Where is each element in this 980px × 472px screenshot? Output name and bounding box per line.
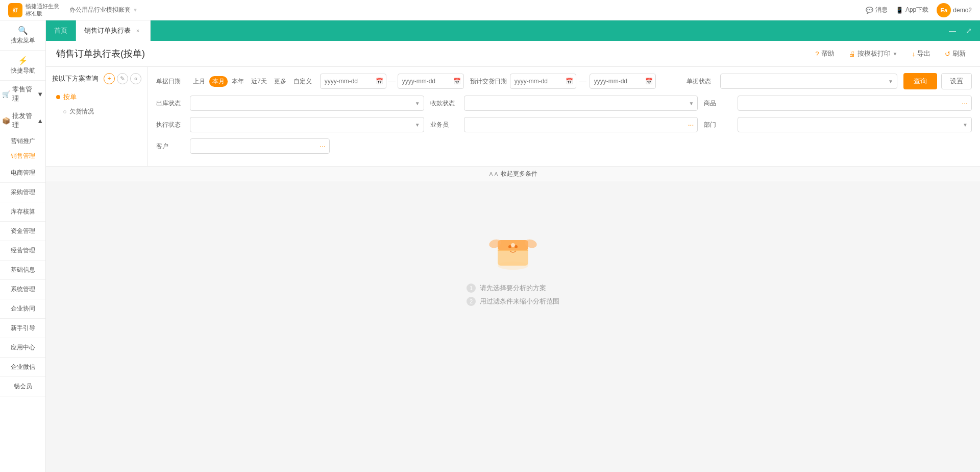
doc-status-field: 单据状态 ▼ bbox=[687, 74, 897, 89]
dept-select[interactable] bbox=[738, 117, 972, 132]
svg-point-4 bbox=[511, 243, 515, 247]
customer-select-wrapper: ··· bbox=[190, 138, 330, 154]
customer-input[interactable] bbox=[190, 138, 330, 154]
date-btn-more[interactable]: 更多 bbox=[271, 76, 289, 87]
collapse-up-icon: ∧∧ bbox=[488, 170, 500, 177]
scheme-panel-icons: + ✎ « bbox=[104, 73, 141, 84]
sidebar-item-ecommerce[interactable]: 电商管理 bbox=[0, 163, 45, 183]
tab-sales-order-exec[interactable]: 销售订单执行表 × bbox=[76, 20, 151, 41]
settings-button[interactable]: 设置 bbox=[941, 73, 972, 89]
sidebar-item-finance[interactable]: 资金管理 bbox=[0, 222, 45, 241]
breadcrumb[interactable]: 办公用品行业模拟账套 ▼ bbox=[69, 6, 138, 14]
doc-status-select[interactable] bbox=[720, 74, 897, 89]
header-left: 好 畅捷通好生意 标准版 办公用品行业模拟账套 ▼ bbox=[8, 3, 138, 17]
sidebar-item-sales[interactable]: 销售管理 bbox=[0, 149, 45, 163]
message-button[interactable]: 💬 消息 bbox=[866, 6, 888, 14]
avatar: Ea bbox=[937, 3, 951, 17]
scheme-item-backorder[interactable]: 欠货情况 bbox=[52, 105, 141, 119]
expected-date-from-input[interactable] bbox=[510, 74, 576, 89]
date-btn-this-year[interactable]: 本年 bbox=[229, 76, 247, 87]
salesperson-select-wrapper: ··· bbox=[464, 117, 698, 132]
product-input[interactable] bbox=[738, 96, 972, 111]
scheme-active-dot bbox=[56, 95, 60, 99]
product-label: 商品 bbox=[704, 99, 734, 108]
sidebar-item-app-center[interactable]: 应用中心 bbox=[0, 338, 45, 358]
filter-layout: 按以下方案查询 + ✎ « 按单 bbox=[46, 67, 980, 166]
tab-close-button[interactable]: × bbox=[134, 27, 142, 35]
wholesale-chevron-icon: ▲ bbox=[37, 117, 43, 125]
sidebar-item-quick-nav[interactable]: ⚡ 快捷导航 bbox=[0, 51, 45, 81]
breadcrumb-chevron: ▼ bbox=[133, 7, 138, 13]
sidebar-item-enterprise-wechat[interactable]: 企业微信 bbox=[0, 358, 45, 377]
quick-nav-icon: ⚡ bbox=[2, 56, 43, 65]
expected-date-separator: — bbox=[579, 77, 586, 85]
collect-status-select-wrapper: ▼ bbox=[464, 96, 698, 111]
filter-query-actions: 查询 设置 bbox=[903, 73, 972, 89]
salesperson-field: 业务员 ··· bbox=[430, 117, 698, 132]
expected-date-to-input[interactable] bbox=[590, 74, 656, 89]
scheme-add-button[interactable]: + bbox=[104, 73, 115, 84]
print-icon: 🖨 bbox=[849, 50, 855, 58]
date-btn-last-month[interactable]: 上月 bbox=[190, 76, 208, 87]
export-icon: ↓ bbox=[912, 50, 916, 58]
date-from-input[interactable] bbox=[320, 74, 386, 89]
exec-status-label: 执行状态 bbox=[156, 121, 187, 129]
collect-status-field: 收款状态 ▼ bbox=[430, 96, 698, 111]
tab-home[interactable]: 首页 bbox=[46, 20, 76, 41]
expected-date-to-wrapper: 📅 bbox=[590, 74, 656, 89]
scheme-collapse-button[interactable]: « bbox=[130, 73, 141, 84]
export-button[interactable]: ↓ 导出 bbox=[908, 47, 935, 60]
sidebar-item-inventory[interactable]: 库存核算 bbox=[0, 202, 45, 222]
date-to-input[interactable] bbox=[398, 74, 464, 89]
sidebar-item-purchase[interactable]: 采购管理 bbox=[0, 183, 45, 202]
top-header: 好 畅捷通好生意 标准版 办公用品行业模拟账套 ▼ 💬 消息 📱 App下载 E… bbox=[0, 0, 980, 20]
product-select-wrapper: ··· bbox=[738, 96, 972, 111]
tab-bar-actions: — ⤢ bbox=[945, 20, 980, 41]
sidebar-item-system[interactable]: 系统管理 bbox=[0, 280, 45, 299]
scheme-edit-button[interactable]: ✎ bbox=[117, 73, 128, 84]
app-download-button[interactable]: 📱 App下载 bbox=[896, 6, 928, 14]
wholesale-icon: 📦 bbox=[2, 117, 10, 125]
date-btn-this-month[interactable]: 本月 bbox=[209, 76, 228, 87]
sidebar-item-marketing[interactable]: 营销推广 bbox=[0, 134, 45, 149]
app-logo: 好 bbox=[8, 3, 22, 17]
dept-field: 部门 ▼ bbox=[704, 117, 972, 132]
sidebar-item-basic-info[interactable]: 基础信息 bbox=[0, 261, 45, 280]
salesperson-input[interactable] bbox=[464, 117, 698, 132]
message-icon: 💬 bbox=[866, 7, 873, 14]
date-btn-custom[interactable]: 自定义 bbox=[290, 76, 315, 87]
filter-row-2: 出库状态 ▼ 收款状态 bbox=[156, 96, 972, 111]
tab-expand-button[interactable]: ⤢ bbox=[962, 23, 976, 38]
tip-num-1: 1 bbox=[467, 284, 476, 293]
tab-bar: 首页 销售订单执行表 × — ⤢ bbox=[46, 20, 980, 41]
tab-minimize-button[interactable]: — bbox=[945, 23, 960, 38]
sidebar-item-operation[interactable]: 经营管理 bbox=[0, 241, 45, 261]
exec-status-select[interactable] bbox=[190, 117, 424, 132]
sidebar-item-member[interactable]: 畅会员 bbox=[0, 377, 45, 396]
sidebar-item-newbie[interactable]: 新手引导 bbox=[0, 319, 45, 338]
date-quick-buttons: 上月 本月 本年 近7天 更多 自定义 bbox=[190, 76, 315, 87]
collapse-more-button[interactable]: ∧∧ 收起更多条件 bbox=[46, 166, 980, 181]
out-status-field: 出库状态 ▼ bbox=[156, 96, 424, 111]
filter-section: 按以下方案查询 + ✎ « 按单 bbox=[46, 67, 980, 181]
scheme-item-by-order[interactable]: 按单 bbox=[52, 89, 141, 105]
out-status-select-wrapper: ▼ bbox=[190, 96, 424, 111]
logo-area: 好 畅捷通好生意 标准版 bbox=[8, 3, 59, 17]
out-status-select[interactable] bbox=[190, 96, 424, 111]
sidebar-item-retail[interactable]: 🛒 零售管理 ▼ bbox=[0, 81, 45, 107]
sidebar-item-wholesale[interactable]: 📦 批发管理 ▲ bbox=[0, 107, 45, 134]
date-to-wrapper: 📅 bbox=[398, 74, 464, 89]
search-menu-icon: 🔍 bbox=[2, 26, 43, 35]
date-from-wrapper: 📅 bbox=[320, 74, 386, 89]
filter-row-3: 执行状态 ▼ 业务员 bbox=[156, 117, 972, 132]
sidebar-item-search[interactable]: 🔍 搜索菜单 bbox=[0, 20, 45, 51]
collect-status-select[interactable] bbox=[464, 96, 698, 111]
date-btn-last-7-days[interactable]: 近7天 bbox=[248, 76, 270, 87]
sidebar-item-enterprise-collab[interactable]: 企业协同 bbox=[0, 299, 45, 319]
help-button[interactable]: ? 帮助 bbox=[811, 47, 838, 60]
user-profile[interactable]: Ea demo2 bbox=[937, 3, 972, 17]
retail-chevron-icon: ▼ bbox=[37, 90, 43, 98]
print-button[interactable]: 🖨 按模板打印 ▼ bbox=[845, 47, 902, 60]
query-button[interactable]: 查询 bbox=[903, 73, 937, 89]
refresh-button[interactable]: ↺ 刷新 bbox=[941, 47, 970, 60]
